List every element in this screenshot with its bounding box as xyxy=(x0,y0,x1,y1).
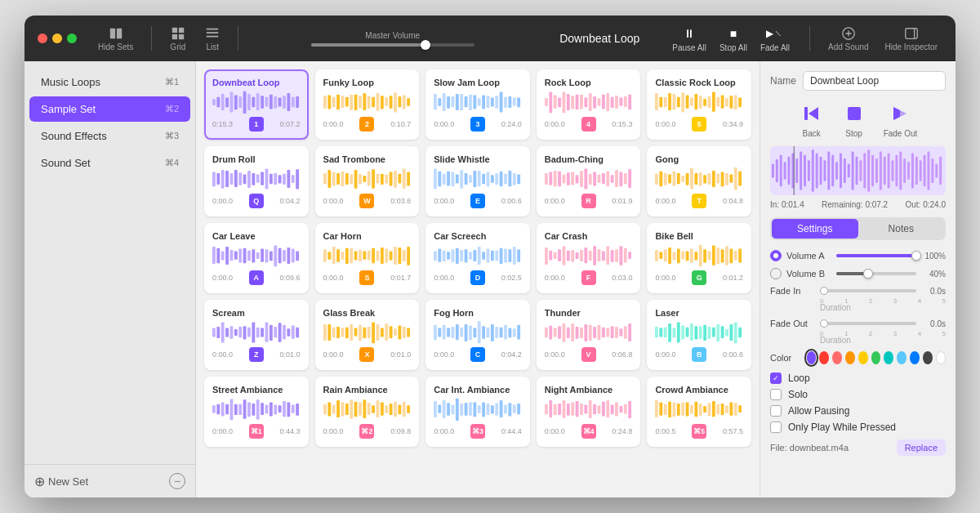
sound-card[interactable]: Crowd Ambiance 0:00.5 ⌘5 0:57.5 xyxy=(647,377,751,447)
sound-card[interactable]: Badum-Ching 0:00.0 R 0:01.9 xyxy=(537,146,641,216)
sound-card[interactable]: Rain Ambiance 0:00.0 ⌘2 0:09.8 xyxy=(315,377,420,447)
close-button[interactable] xyxy=(38,33,47,43)
notes-tab[interactable]: Notes xyxy=(858,219,945,239)
svg-rect-533 xyxy=(835,162,838,179)
color-blue[interactable] xyxy=(910,351,920,364)
loop-checkbox[interactable] xyxy=(770,372,782,384)
svg-rect-182 xyxy=(589,174,592,185)
sidebar-item-sound-set[interactable]: Sound Set⌘4 xyxy=(29,150,190,176)
svg-rect-305 xyxy=(712,246,715,265)
color-green[interactable] xyxy=(871,351,881,364)
settings-tab[interactable]: Settings xyxy=(772,219,858,239)
sound-card[interactable]: Car Int. Ambiance 0:00.0 ⌘3 0:44.4 xyxy=(425,377,530,447)
sound-card[interactable]: Rock Loop 0:00.0 4 0:15.3 xyxy=(537,69,641,140)
sound-card[interactable]: Car Crash 0:00.0 F 0:03.0 xyxy=(537,223,641,293)
grid-view-button[interactable]: Grid xyxy=(165,23,190,55)
replace-button[interactable]: Replace xyxy=(897,439,946,456)
svg-rect-38 xyxy=(350,95,353,110)
fade-out-button[interactable]: Fade Out xyxy=(884,100,918,138)
volume-a-slider[interactable] xyxy=(836,254,916,257)
svg-rect-416 xyxy=(230,399,234,421)
sound-card[interactable]: Laser 0:00.0 B 0:00.6 xyxy=(647,300,751,370)
sidebar-item-music-loops[interactable]: Music Loops⌘1 xyxy=(29,69,190,95)
minimize-button[interactable] xyxy=(52,33,62,43)
svg-rect-240 xyxy=(359,250,362,261)
color-dark[interactable] xyxy=(923,351,933,364)
sound-card[interactable]: Downbeat Loop 0:15.3 1 0:07.2 xyxy=(204,69,309,140)
svg-rect-302 xyxy=(699,245,702,266)
remove-set-button[interactable]: − xyxy=(169,473,185,489)
hide-inspector-button[interactable]: Hide Inspector xyxy=(880,23,942,55)
color-sky[interactable] xyxy=(897,351,906,364)
fade-in-slider[interactable] xyxy=(820,289,916,292)
volume-b-radio[interactable] xyxy=(770,268,782,279)
sound-card[interactable]: Gong 0:00.0 T 0:04.8 xyxy=(647,146,751,216)
color-salmon[interactable] xyxy=(832,351,842,364)
sound-card[interactable]: Slow Jam Loop 0:00.0 3 0:24.0 xyxy=(425,69,530,140)
back-button[interactable]: Back xyxy=(799,100,825,138)
sound-card[interactable]: Car Screech 0:00.0 D 0:02.5 xyxy=(425,223,530,293)
color-white[interactable] xyxy=(936,351,946,364)
sound-card[interactable]: Scream 0:00.0 Z 0:01.0 xyxy=(204,300,309,370)
allow-pausing-checkbox[interactable] xyxy=(770,405,782,417)
time-end: 0:00.6 xyxy=(501,197,522,205)
color-purple[interactable] xyxy=(807,351,817,364)
maximize-button[interactable] xyxy=(67,33,77,43)
svg-rect-309 xyxy=(730,248,733,263)
sound-card[interactable]: Glass Break 0:00.0 X 0:01.0 xyxy=(315,300,420,370)
waveform-display xyxy=(212,398,301,421)
sound-card[interactable]: Night Ambiance 0:00.0 ⌘4 0:24.8 xyxy=(537,377,641,447)
svg-rect-110 xyxy=(734,95,737,109)
volume-b-slider[interactable] xyxy=(836,272,916,275)
new-set-button[interactable]: ⊕ New Set xyxy=(34,474,88,489)
svg-rect-390 xyxy=(624,326,627,339)
sound-name-input[interactable] xyxy=(803,71,946,91)
color-teal[interactable] xyxy=(884,351,893,364)
sound-card[interactable]: Funky Loop 0:00.0 2 0:10.7 xyxy=(315,69,420,140)
master-volume-slider[interactable] xyxy=(311,43,474,47)
sound-card[interactable]: Bike Bell 0:00.0 G 0:01.2 xyxy=(647,223,751,293)
sound-card[interactable]: Car Horn 0:00.0 S 0:01.7 xyxy=(315,223,420,293)
svg-rect-543 xyxy=(875,158,878,183)
svg-rect-62 xyxy=(478,98,481,105)
sound-card[interactable]: Sad Trombone 0:00.0 W 0:03.6 xyxy=(315,146,420,216)
fade-all-button[interactable]: ▶⟍ Fade All xyxy=(760,25,790,52)
sound-card[interactable]: Drum Roll 0:00.0 Q 0:04.2 xyxy=(204,146,309,216)
sound-card[interactable]: Classic Rock Loop 0:00.0 5 0:34.9 xyxy=(647,69,751,140)
color-yellow[interactable] xyxy=(858,351,868,364)
svg-rect-500 xyxy=(690,405,693,414)
svg-rect-68 xyxy=(504,97,507,108)
svg-rect-438 xyxy=(350,399,353,418)
solo-checkbox[interactable] xyxy=(770,389,782,400)
svg-rect-80 xyxy=(580,95,583,109)
sound-card[interactable]: Car Leave 0:00.0 A 0:09.6 xyxy=(204,223,309,293)
svg-rect-133 xyxy=(327,170,331,188)
sound-card[interactable]: Fog Horn 0:00.0 C 0:04.2 xyxy=(425,300,530,370)
svg-rect-260 xyxy=(469,252,472,259)
pause-all-button[interactable]: ⏸ Pause All xyxy=(672,25,706,52)
svg-rect-299 xyxy=(686,252,689,261)
list-view-button[interactable]: List xyxy=(200,23,225,55)
color-orange[interactable] xyxy=(845,351,855,364)
stop-all-button[interactable]: ■ Stop All xyxy=(719,25,747,52)
waveform-display xyxy=(434,398,522,421)
volume-a-radio[interactable] xyxy=(770,250,782,261)
stop-button[interactable]: Stop xyxy=(841,100,867,138)
sound-title: Thunder xyxy=(545,308,633,318)
sidebar-item-sample-set[interactable]: Sample Set⌘2 xyxy=(29,96,190,122)
hide-sets-button[interactable]: Hide Sets xyxy=(93,23,138,55)
time-start: 0:00.0 xyxy=(323,197,344,205)
color-red[interactable] xyxy=(819,351,829,364)
sidebar-item-sound-effects[interactable]: Sound Effects⌘3 xyxy=(29,123,190,149)
svg-rect-477 xyxy=(567,404,570,416)
fade-out-slider[interactable] xyxy=(820,322,916,325)
only-play-checkbox[interactable] xyxy=(770,422,782,433)
add-sound-button[interactable]: Add Sound xyxy=(823,23,874,55)
svg-rect-551 xyxy=(907,162,910,179)
svg-rect-69 xyxy=(509,96,512,108)
sound-card[interactable]: Street Ambiance 0:00.0 ⌘1 0:44.3 xyxy=(204,377,309,447)
svg-rect-266 xyxy=(496,251,499,261)
svg-rect-498 xyxy=(682,402,685,415)
sound-card[interactable]: Slide Whistle 0:00.0 E 0:00.6 xyxy=(425,146,530,216)
sound-card[interactable]: Thunder 0:00.0 V 0:06.8 xyxy=(537,300,641,370)
